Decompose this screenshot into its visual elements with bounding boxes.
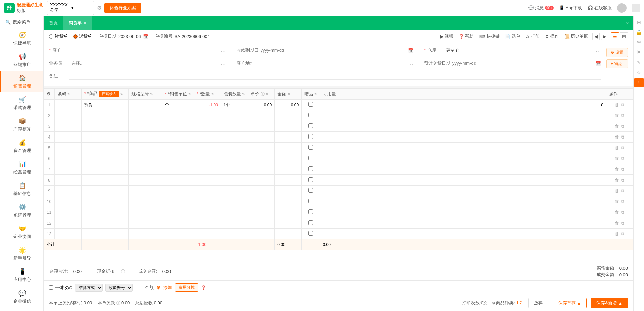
tab-sales-order[interactable]: 销货单 ×: [63, 16, 92, 30]
copy-row-icon[interactable]: ⧉: [621, 134, 624, 140]
delete-row-icon[interactable]: 🗑: [615, 178, 619, 183]
row-product[interactable]: [82, 229, 129, 239]
row-qty[interactable]: [194, 207, 221, 218]
tab-close-icon[interactable]: ×: [84, 20, 86, 26]
row-gift[interactable]: [302, 132, 320, 143]
sidebar-item-sales[interactable]: 🏠 销售管理: [0, 71, 43, 92]
sidebar-item-system[interactable]: ⚙️ 系统管理: [0, 200, 43, 222]
row-product[interactable]: [82, 132, 129, 143]
next-arrow[interactable]: ▶: [601, 33, 608, 40]
row-amount[interactable]: [275, 110, 302, 121]
avatar-detail[interactable]: [632, 4, 640, 12]
notes-input[interactable]: [69, 72, 601, 80]
price-info-icon[interactable]: ⓘ: [261, 92, 265, 96]
row-product[interactable]: [82, 153, 129, 164]
row-unit[interactable]: [162, 229, 194, 239]
rt-expand[interactable]: ⊞: [634, 17, 644, 27]
row-pack-qty[interactable]: [221, 143, 248, 153]
rt-alert[interactable]: !: [634, 78, 644, 87]
row-amount[interactable]: [275, 100, 302, 110]
delete-row-icon[interactable]: 🗑: [615, 124, 619, 129]
row-price[interactable]: [248, 121, 275, 132]
row-product[interactable]: [82, 164, 129, 175]
warehouse-input[interactable]: [444, 47, 594, 54]
sort-barcode-icon[interactable]: ⇅: [67, 92, 70, 96]
payment-due-input[interactable]: [259, 47, 407, 54]
row-amount[interactable]: [275, 121, 302, 132]
row-spec[interactable]: [129, 100, 162, 110]
row-price[interactable]: [248, 218, 275, 229]
row-unit[interactable]: [162, 121, 194, 132]
copy-row-icon[interactable]: ⧉: [621, 102, 624, 107]
app-download-button[interactable]: 📱 App下载: [559, 5, 582, 11]
delete-row-icon[interactable]: 🗑: [615, 167, 619, 172]
row-qty[interactable]: [194, 218, 221, 229]
add-payment-icon[interactable]: ⊕: [156, 284, 161, 291]
row-unit[interactable]: [162, 218, 194, 229]
product-type-value[interactable]: 1 种: [516, 300, 524, 305]
row-unit[interactable]: [162, 186, 194, 196]
radio-return-order[interactable]: 退货单: [73, 33, 92, 39]
sort-gift-icon[interactable]: ⇅: [314, 92, 317, 96]
copy-row-icon[interactable]: ⧉: [621, 199, 624, 204]
row-gift[interactable]: [302, 110, 320, 121]
tab-close-all[interactable]: ✕: [626, 21, 633, 26]
delete-row-icon[interactable]: 🗑: [615, 199, 619, 204]
row-qty[interactable]: [194, 186, 221, 196]
row-price[interactable]: [248, 164, 275, 175]
delete-row-icon[interactable]: 🗑: [615, 113, 619, 118]
row-price[interactable]: [248, 143, 275, 153]
row-spec[interactable]: [129, 153, 162, 164]
row-barcode[interactable]: [55, 153, 82, 164]
expense-split-button[interactable]: 费用分摊: [175, 283, 198, 292]
sort-price-icon[interactable]: ⇅: [266, 92, 268, 96]
row-pack-qty[interactable]: [221, 196, 248, 207]
company-selector[interactable]: XXXXXX公司 ▾: [47, 1, 94, 15]
row-price[interactable]: [248, 229, 275, 239]
sidebar-item-purchase[interactable]: 🛒 采购管理: [0, 92, 43, 114]
row-pack-qty[interactable]: [221, 207, 248, 218]
row-gift[interactable]: [302, 196, 320, 207]
sort-unit-icon[interactable]: ⇅: [188, 92, 191, 96]
sort-product-icon[interactable]: ⇅: [120, 92, 123, 96]
one-click-payment-checkbox[interactable]: 一键收款: [49, 285, 72, 291]
row-product[interactable]: [82, 121, 129, 132]
row-unit[interactable]: [162, 143, 194, 153]
row-unit[interactable]: [162, 153, 194, 164]
expected-date-input[interactable]: [450, 60, 594, 67]
payment-due-calendar-icon[interactable]: 📅: [408, 48, 413, 53]
row-gift[interactable]: [302, 100, 320, 110]
radio-sales-order[interactable]: 销货单: [49, 33, 68, 39]
customer-input[interactable]: [69, 47, 219, 54]
sidebar-item-quick-nav[interactable]: 🧭 快捷导航: [0, 28, 43, 49]
row-amount[interactable]: [275, 229, 302, 239]
grid-view-icon[interactable]: ⊞: [620, 32, 628, 40]
sort-qty-icon[interactable]: ⇅: [211, 92, 214, 96]
row-pack-qty[interactable]: [221, 175, 248, 186]
row-gift[interactable]: [302, 143, 320, 153]
row-amount[interactable]: [275, 207, 302, 218]
row-price[interactable]: [248, 100, 275, 110]
row-pack-qty[interactable]: [221, 121, 248, 132]
row-qty[interactable]: [194, 100, 221, 110]
row-pack-qty[interactable]: [221, 229, 248, 239]
logistics-button[interactable]: + 物流: [606, 59, 628, 68]
sidebar-item-enterprise[interactable]: 🤝 企业协同: [0, 222, 43, 243]
calendar-icon[interactable]: 📅: [143, 34, 148, 39]
row-pack-qty[interactable]: [221, 100, 248, 110]
delete-row-icon[interactable]: 🗑: [615, 221, 619, 226]
row-pack-qty[interactable]: [221, 153, 248, 164]
row-gift[interactable]: [302, 186, 320, 196]
row-barcode[interactable]: [55, 229, 82, 239]
row-unit[interactable]: [162, 110, 194, 121]
add-payment-label[interactable]: 添加: [163, 285, 172, 291]
toolbar-pick[interactable]: 📄 选单: [504, 33, 522, 40]
row-price[interactable]: [248, 153, 275, 164]
row-price[interactable]: [248, 175, 275, 186]
discard-button[interactable]: 放弃: [528, 298, 548, 308]
save-new-button[interactable]: 保存&新增 ▲: [591, 298, 628, 308]
row-product[interactable]: [82, 110, 129, 121]
salesperson-input[interactable]: [69, 60, 219, 67]
row-gift[interactable]: [302, 121, 320, 132]
delete-row-icon[interactable]: 🗑: [615, 156, 619, 161]
